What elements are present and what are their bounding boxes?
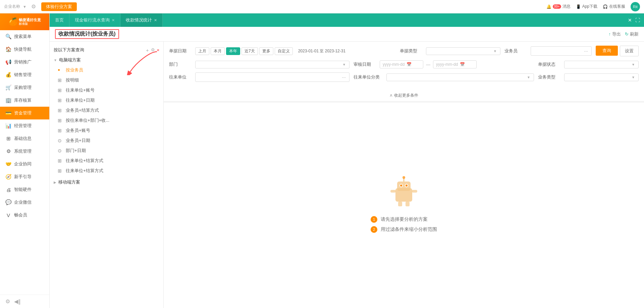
scheme-item-0[interactable]: ● 按业务员 <box>50 65 163 75</box>
filter-field-date: 单据日期 上月 本月 本年 近7天 更多 自定义 2023-01-01 至 20… <box>169 47 396 55</box>
partner-category-label: 往来单位分类 <box>354 74 384 80</box>
scheme-settings-btn[interactable]: ⚙ <box>151 47 155 53</box>
user-avatar[interactable]: Rit <box>631 2 640 11</box>
partner-dropdown[interactable]: ··· <box>195 72 350 82</box>
hardware-icon: 🖨 <box>5 187 11 193</box>
tab-collection-stats[interactable]: 收款情况统计 ✕ <box>120 13 163 27</box>
review-date-start[interactable]: yyyy-mm-dd 📅 <box>380 60 423 68</box>
sidebar-item-wechat[interactable]: 💬 企业微信 <box>0 196 49 209</box>
scheme-item-icon-7: ⊙ <box>58 138 63 143</box>
scheme-item-2[interactable]: ⊞ 往来单位+账号 <box>50 85 163 95</box>
settings-btn[interactable]: 设置 <box>620 46 639 56</box>
tab-close-collection[interactable]: ✕ <box>154 18 157 22</box>
tab-bank-flow[interactable]: 现金银行流水查询 ✕ <box>69 13 120 27</box>
sidebar-item-basic[interactable]: ⊞ 基础信息 <box>0 132 49 145</box>
date-btn-group: 上月 本月 本年 近7天 更多 自定义 <box>195 47 293 55</box>
svg-point-6 <box>406 185 408 187</box>
scheme-panel-header: 按以下方案查询 + ⚙ « <box>50 45 163 55</box>
query-btn[interactable]: 查询 <box>596 46 618 56</box>
business-type-arrow: ▼ <box>632 75 635 79</box>
scheme-item-7[interactable]: ⊙ 业务员+日期 <box>50 136 163 146</box>
scheme-item-1[interactable]: ⊞ 按明细 <box>50 75 163 85</box>
close-all-icon[interactable]: ✕ <box>628 17 632 23</box>
voucher-status-dropdown[interactable]: ▼ <box>564 61 639 68</box>
online-service-label: 在线客服 <box>609 4 625 9</box>
filter-row-2: 部门 ▼ 审核日期 yyyy-mm-dd 📅 <box>169 60 639 68</box>
scheme-add-btn[interactable]: + <box>146 47 149 53</box>
salesperson-dropdown[interactable]: ··· <box>531 46 592 56</box>
empty-state: 1 请先选择要分析的方案 2 用过滤条件来缩小分析范围 <box>164 103 644 308</box>
online-service-btn[interactable]: 🎧 在线客服 <box>603 4 625 9</box>
date-btn-this-year[interactable]: 本年 <box>226 47 240 55</box>
notification-count: 99+ <box>553 4 561 9</box>
maximize-icon[interactable]: ⛶ <box>635 17 640 23</box>
dropdown-arrow-icon[interactable]: ▼ <box>23 5 26 9</box>
business-type-dropdown[interactable]: ▼ <box>564 73 639 81</box>
refresh-btn[interactable]: ↻ 刷新 <box>625 31 639 37</box>
sidebar-bottom: ⚙ ◀‖ <box>0 295 49 308</box>
export-btn[interactable]: ↑ 导出 <box>609 31 621 37</box>
sidebar-item-capital[interactable]: 💳 资金管理 <box>0 107 49 119</box>
date-btn-7days[interactable]: 近7天 <box>241 47 258 55</box>
collapse-bar[interactable]: ∧ 收起更多条件 <box>164 90 644 101</box>
voucher-type-arrow: ▼ <box>493 49 497 53</box>
scheme-group-mobile[interactable]: ▶ 移动端方案 <box>50 177 163 187</box>
voucher-status-arrow: ▼ <box>632 63 635 66</box>
scheme-collapse-btn[interactable]: « <box>157 47 159 53</box>
sidebar-item-enterprise[interactable]: 🤝 企业协同 <box>0 158 49 170</box>
home-icon: 🏠 <box>5 46 11 52</box>
top-bar: 企业名称 ▼ ⚙ 体验行业方案 🔔 99+ 消息 📱 App下载 🎧 在线客服 … <box>0 0 644 13</box>
voucher-type-dropdown[interactable]: ▼ <box>426 47 500 55</box>
layout: 🍊 畅捷通好生意 标准版 🔍 搜索菜单 🏠 快捷导航 📢 营销推广 💰 销售管理… <box>0 13 644 308</box>
scheme-item-10[interactable]: ⊞ 往来单位+结算方式 <box>50 166 163 176</box>
scheme-item-4[interactable]: ⊞ 业务员+结算方式 <box>50 105 163 115</box>
basic-icon: ⊞ <box>5 136 11 142</box>
date-btn-last-month[interactable]: 上月 <box>195 47 209 55</box>
scheme-group-pc[interactable]: ▼ 电脑端方案 <box>50 55 163 65</box>
refresh-icon: ↻ <box>625 32 629 37</box>
salesperson-more-icon: ··· <box>584 48 588 54</box>
empty-step-2: 2 用过滤条件来缩小分析范围 <box>371 226 437 233</box>
scheme-item-8[interactable]: ⊙ 部门+日期 <box>50 146 163 156</box>
top-bar-title: 企业名称 <box>4 4 20 9</box>
notification-btn[interactable]: 🔔 99+ 消息 <box>546 4 571 9</box>
scheme-item-9[interactable]: ⊞ 往来单位+结算方式 <box>50 156 163 166</box>
scheme-item-icon-2: ⊞ <box>58 88 63 93</box>
sidebar-item-sales[interactable]: 💰 销售管理 <box>0 68 49 81</box>
scheme-item-6[interactable]: ⊞ 业务员+账号 <box>50 125 163 136</box>
date-label: 单据日期 <box>169 48 193 54</box>
svg-rect-11 <box>390 190 396 193</box>
trial-btn[interactable]: 体验行业方案 <box>41 2 77 11</box>
partner-category-dropdown[interactable]: ▼ <box>386 73 534 81</box>
settings-icon[interactable]: ⚙ <box>31 3 36 10</box>
scheme-item-icon-5: ⊞ <box>58 118 63 123</box>
sidebar-item-quicknav[interactable]: 🏠 快捷导航 <box>0 43 49 56</box>
sidebar-item-hardware[interactable]: 🖨 智能硬件 <box>0 183 49 196</box>
filter-field-department: 部门 ▼ <box>169 61 350 68</box>
date-btn-this-month[interactable]: 本月 <box>211 47 225 55</box>
date-btn-custom[interactable]: 自定义 <box>275 47 293 55</box>
settings-bottom-icon[interactable]: ⚙ <box>5 298 10 305</box>
review-date-end[interactable]: yyyy-mm-dd 📅 <box>433 60 477 68</box>
app-download-btn[interactable]: 📱 App下载 <box>576 4 597 9</box>
sidebar-item-search[interactable]: 🔍 搜索菜单 <box>0 30 49 43</box>
sidebar-item-operation[interactable]: 📊 经营管理 <box>0 119 49 132</box>
scheme-item-icon-3: ⊞ <box>58 98 63 103</box>
svg-rect-10 <box>406 202 410 206</box>
sidebar-item-system[interactable]: ⚙ 系统管理 <box>0 145 49 158</box>
department-dropdown[interactable]: ▼ <box>195 61 350 68</box>
tab-close-bank-flow[interactable]: ✕ <box>112 18 115 22</box>
sidebar-item-member[interactable]: V 畅会员 <box>0 209 49 221</box>
date-btn-more[interactable]: 更多 <box>259 47 273 55</box>
tab-home[interactable]: 首页 <box>50 13 69 27</box>
sidebar-item-marketing[interactable]: 📢 营销推广 <box>0 56 49 68</box>
date-dash: — <box>426 62 430 67</box>
sidebar-item-guide[interactable]: 🧭 新手引导 <box>0 170 49 183</box>
sidebar-item-purchase[interactable]: 🛒 采购管理 <box>0 81 49 94</box>
calendar-icon-end: 📅 <box>460 62 465 67</box>
scheme-item-5[interactable]: ⊞ 按往来单位+部门+收... <box>50 115 163 125</box>
collapse-sidebar-icon[interactable]: ◀‖ <box>14 298 21 305</box>
scheme-item-3[interactable]: ⊞ 往来单位+日期 <box>50 95 163 105</box>
sidebar-item-inventory[interactable]: 🏢 库存核算 <box>0 94 49 107</box>
scheme-item-icon-1: ⊞ <box>58 78 63 83</box>
